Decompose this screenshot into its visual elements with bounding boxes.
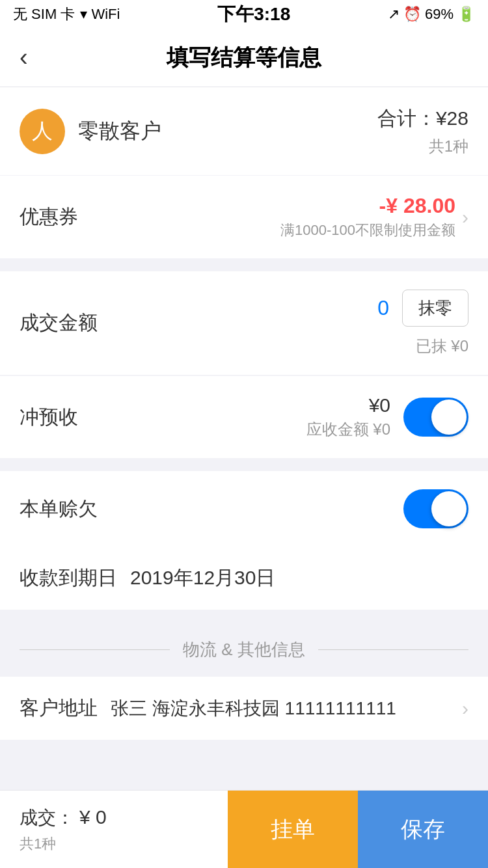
- address-row[interactable]: 客户地址 张三 海淀永丰科技园 11111111111 ›: [0, 677, 488, 740]
- bottom-count: 共1种: [20, 834, 208, 854]
- address-label: 客户地址: [20, 695, 98, 722]
- hang-order-button[interactable]: 挂单: [228, 791, 358, 869]
- deal-amount-sub: 已抹 ¥0: [416, 336, 468, 357]
- address-value: 张三 海淀永丰科技园 11111111111: [111, 696, 462, 721]
- status-time: 下午3:18: [217, 2, 290, 27]
- address-section: 客户地址 张三 海淀永丰科技园 11111111111 ›: [0, 677, 488, 740]
- logistics-divider: 物流 & 其他信息: [0, 623, 488, 677]
- deal-amount-section: 成交金额 0 抹零 已抹 ¥0 冲预收 ¥0 应收金额 ¥0: [0, 271, 488, 458]
- status-left: 无 SIM 卡 ▾ WiFi: [13, 5, 120, 24]
- bottom-deal-amount: ¥ 0: [79, 806, 107, 828]
- location-icon: ↗: [388, 6, 400, 23]
- coupon-right: -¥ 28.00 满1000-100不限制使用金额 ›: [280, 194, 468, 240]
- status-right: ↗ ⏰ 69% 🔋: [388, 6, 475, 23]
- customer-section: 人 零散客户 合计：¥28 共1种 优惠券 -¥ 28.00 满1000-100…: [0, 87, 488, 258]
- wifi-icon: ▾ WiFi: [80, 6, 120, 23]
- alarm-icon: ⏰: [403, 6, 421, 23]
- battery-level: 69%: [425, 6, 454, 23]
- total-count: 共1种: [377, 136, 468, 157]
- logistics-label: 物流 & 其他信息: [183, 638, 305, 661]
- save-button[interactable]: 保存: [358, 791, 488, 869]
- chong-amount-block: ¥0 应收金额 ¥0: [306, 394, 390, 440]
- debt-section: 本单赊欠 收款到期日 2019年12月30日: [0, 471, 488, 610]
- debt-toggle-thumb: [431, 491, 467, 526]
- battery-icon: 🔋: [457, 6, 475, 23]
- chong-right: ¥0 应收金额 ¥0: [306, 394, 468, 440]
- nav-bar: ‹ 填写结算等信息: [0, 29, 488, 87]
- coupon-discount: -¥ 28.00: [280, 194, 455, 218]
- bottom-info: 成交： ¥ 0 共1种: [0, 806, 228, 854]
- due-date-label: 收款到期日: [20, 565, 117, 591]
- bottom-bar: 成交： ¥ 0 共1种 挂单 保存: [0, 790, 488, 868]
- chong-amount: ¥0: [306, 394, 390, 416]
- chong-label: 冲预收: [20, 404, 78, 431]
- bottom-deal-label: 成交：: [20, 806, 74, 830]
- page-title: 填写结算等信息: [167, 43, 321, 73]
- toggle-thumb: [431, 400, 467, 435]
- chong-sub: 应收金额 ¥0: [306, 419, 390, 440]
- customer-row: 人 零散客户 合计：¥28 共1种: [0, 87, 488, 175]
- total-amount: 合计：¥28: [377, 105, 468, 132]
- coupon-desc: 满1000-100不限制使用金额: [280, 221, 455, 240]
- avatar: 人: [20, 109, 65, 154]
- chong-toggle[interactable]: [403, 398, 468, 437]
- deal-amount-right: 0 抹零: [377, 290, 468, 327]
- due-date-value: 2019年12月30日: [130, 565, 275, 591]
- back-button[interactable]: ‹: [20, 44, 28, 72]
- status-bar: 无 SIM 卡 ▾ WiFi 下午3:18 ↗ ⏰ 69% 🔋: [0, 0, 488, 29]
- deal-amount-value: 0: [377, 296, 389, 320]
- chong-prereceive-row: 冲预收 ¥0 应收金额 ¥0: [0, 375, 488, 458]
- coupon-chevron-icon: ›: [462, 206, 468, 228]
- deal-amount-row: 成交金额 0 抹零 已抹 ¥0: [0, 271, 488, 375]
- avatar-icon: 人: [32, 117, 53, 146]
- sim-status: 无 SIM 卡: [13, 5, 75, 24]
- deal-amount-label: 成交金额: [20, 310, 98, 336]
- customer-name: 零散客户: [78, 117, 161, 146]
- customer-right: 合计：¥28 共1种: [377, 105, 468, 157]
- due-date-row: 收款到期日 2019年12月30日: [0, 547, 488, 610]
- round-zero-button[interactable]: 抹零: [402, 290, 468, 327]
- debt-toggle[interactable]: [403, 489, 468, 528]
- customer-left: 人 零散客户: [20, 109, 161, 154]
- coupon-label: 优惠券: [20, 204, 78, 230]
- coupon-row[interactable]: 优惠券 -¥ 28.00 满1000-100不限制使用金额 ›: [0, 175, 488, 258]
- debt-row: 本单赊欠: [0, 471, 488, 547]
- debt-label: 本单赊欠: [20, 496, 98, 522]
- address-chevron-icon: ›: [462, 698, 468, 720]
